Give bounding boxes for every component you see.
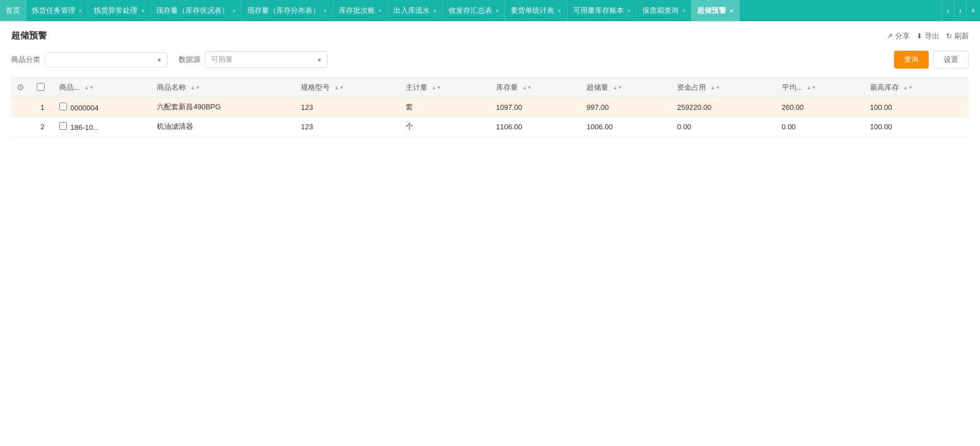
col-max-stock[interactable]: 最高库存 ▲▼ [864,78,969,98]
nav-stock-batch[interactable]: 库存批次账 × [333,0,388,21]
page-content: 超储预警 ↗ 分享 ⬇ 导出 ↻ 刷新 商品分类 ▾ 数据源 [0,21,980,446]
export-button[interactable]: ⬇ 导出 [916,31,939,41]
navbar: 首页 拣货任务管理 × 拣货异常处理 × 现存量（库存状况表） × 现存量（库存… [0,0,980,21]
nav-order-stats[interactable]: 要货单统计表 × [505,0,567,21]
row-overstock: 1006.00 [581,117,671,137]
share-button[interactable]: ↗ 分享 [887,31,910,41]
close-icon[interactable]: × [323,7,326,14]
row-avg: 260.00 [776,98,864,117]
row-checkbox[interactable] [59,122,67,130]
export-icon: ⬇ [916,32,923,40]
col-overstock[interactable]: 超储量 ▲▼ [581,78,671,98]
row-max-stock: 100.00 [864,117,969,137]
settings-button[interactable]: 设置 [933,51,969,69]
row-settings-cell [11,98,31,117]
sort-icon: ▲▼ [84,85,94,90]
row-product-code: 186-10... [70,123,99,132]
row-product-name: 六配套新昌490BPG [151,98,295,117]
refresh-icon: ↻ [946,32,952,40]
nav-next-button[interactable]: › [954,0,966,21]
close-icon[interactable]: × [682,7,685,14]
nav-stock-dist[interactable]: 现存量（库存分布表） × [242,0,333,21]
sort-icon: ▲▼ [903,85,913,90]
filter-actions: 查询 设置 [894,51,969,69]
row-checkbox[interactable] [59,103,67,110]
close-icon[interactable]: × [378,7,382,14]
gear-icon[interactable]: ⚙ [17,83,24,92]
col-stock[interactable]: 库存量 ▲▼ [491,78,581,98]
nav-overstock-warning[interactable]: 超储预警 × [691,0,739,21]
page-header: 超储预警 ↗ 分享 ⬇ 导出 ↻ 刷新 [11,30,969,42]
row-product-code: 0000004 [70,104,99,112]
row-spec: 123 [295,117,400,137]
close-icon[interactable]: × [729,7,733,14]
datasource-select[interactable]: 可用量 ▾ [205,51,328,68]
refresh-button[interactable]: ↻ 刷新 [946,31,969,41]
row-stock: 1106.00 [491,117,581,137]
row-index: 2 [31,117,54,137]
col-settings: ⚙ [11,78,31,98]
nav-close-button[interactable]: × [966,0,980,21]
data-table: ⚙ 商品... ▲▼ 商品名称 ▲▼ 规格型号 ▲▼ 主计 [11,77,969,137]
col-product-name[interactable]: 商品名称 ▲▼ [151,78,295,98]
datasource-group: 数据源 可用量 ▾ [179,51,328,68]
close-icon[interactable]: × [79,7,82,14]
nav-available-ledger[interactable]: 可用量库存账本 × [568,0,637,21]
nav-arrows: ‹ › × [941,0,980,21]
table-header-row: ⚙ 商品... ▲▼ 商品名称 ▲▼ 规格型号 ▲▼ 主计 [11,78,969,98]
nav-quality-query[interactable]: 保质期查询 × [637,0,691,21]
close-icon[interactable]: × [433,7,436,14]
col-product-code[interactable]: 商品... ▲▼ [54,78,151,98]
col-checkbox [31,78,54,98]
product-category-group: 商品分类 ▾ [11,52,167,67]
col-unit[interactable]: 主计量 ▲▼ [400,78,491,98]
row-capital: 0.00 [671,117,776,137]
row-unit: 套 [400,98,491,117]
nav-home[interactable]: 首页 [0,0,26,21]
close-icon[interactable]: × [232,7,236,14]
row-stock: 1097.00 [491,98,581,117]
row-settings-cell [11,117,31,137]
close-icon[interactable]: × [558,7,561,14]
row-product-code-cell: 0000004 [54,98,151,117]
header-actions: ↗ 分享 ⬇ 导出 ↻ 刷新 [887,31,969,41]
product-category-select[interactable]: ▾ [45,52,167,67]
row-max-stock: 100.00 [864,98,969,117]
close-icon[interactable]: × [141,7,144,14]
datasource-value: 可用量 [211,55,233,65]
sort-icon: ▲▼ [522,85,532,90]
product-category-label: 商品分类 [11,55,40,65]
col-spec[interactable]: 规格型号 ▲▼ [295,78,400,98]
row-unit: 个 [400,117,491,137]
nav-picking-abnormal[interactable]: 拣货异常处理 × [88,0,150,21]
nav-prev-button[interactable]: ‹ [941,0,954,21]
nav-inout-flow[interactable]: 出入库流水 × [388,0,443,21]
query-button[interactable]: 查询 [894,51,929,69]
sort-icon: ▲▼ [334,85,344,90]
row-index: 1 [31,98,54,117]
filter-row: 商品分类 ▾ 数据源 可用量 ▾ 查询 设置 [11,51,969,69]
row-spec: 123 [295,98,400,117]
table-row: 2186-10...机油滤清器123个1106.001006.000.000.0… [11,117,969,137]
sort-icon: ▲▼ [613,85,623,90]
nav-receive-summary[interactable]: 收发存汇总表 × [443,0,505,21]
sort-icon: ▲▼ [431,85,441,90]
select-all-checkbox[interactable] [37,83,45,91]
nav-stock-status[interactable]: 现存量（库存状况表） × [151,0,242,21]
page-title: 超储预警 [11,30,47,42]
sort-icon: ▲▼ [710,85,720,90]
sort-icon: ▲▼ [806,85,816,90]
table-row: 10000004六配套新昌490BPG123套1097.00997.002592… [11,98,969,117]
col-capital[interactable]: 资金占用 ▲▼ [671,78,776,98]
close-icon[interactable]: × [627,7,631,14]
col-avg[interactable]: 平均... ▲▼ [776,78,864,98]
nav-picking-task[interactable]: 拣货任务管理 × [26,0,88,21]
share-icon: ↗ [887,32,893,40]
row-overstock: 997.00 [581,98,671,117]
close-icon[interactable]: × [496,7,499,14]
sort-icon: ▲▼ [190,85,200,90]
row-avg: 0.00 [776,117,864,137]
chevron-down-icon: ▾ [157,56,161,64]
row-product-code-cell: 186-10... [54,117,151,137]
datasource-label: 数据源 [179,55,200,65]
